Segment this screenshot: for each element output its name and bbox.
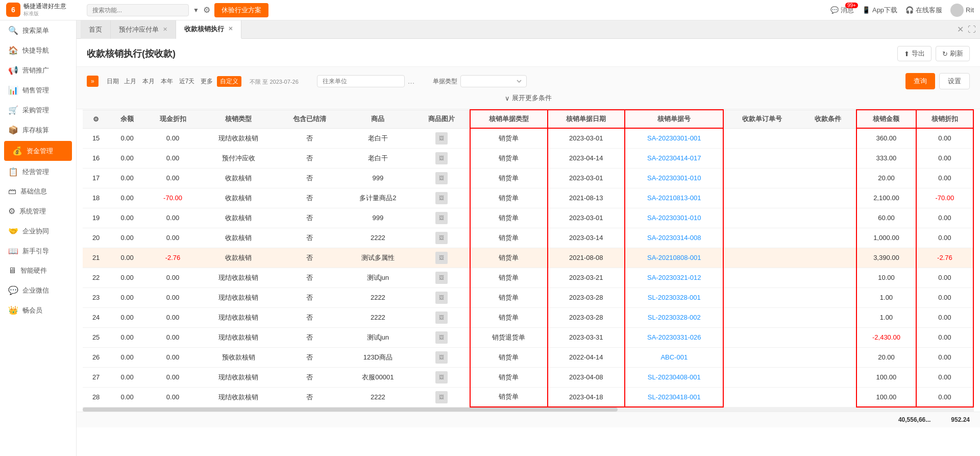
td-index: 15: [83, 128, 109, 148]
table-scroll-thumb: [83, 407, 618, 412]
bill-no-link[interactable]: SA-20230301-010: [647, 174, 701, 182]
tab-home[interactable]: 首页: [81, 20, 111, 39]
tab-receipt-close[interactable]: ✕: [228, 26, 233, 32]
sidebar-item-basic[interactable]: 🗃 基础信息: [0, 182, 76, 201]
online-service-btn[interactable]: 🎧 在线客服: [905, 6, 942, 15]
sidebar-item-hardware[interactable]: 🖥 智能硬件: [0, 261, 76, 280]
sidebar-item-system[interactable]: ⚙ 系统管理: [0, 201, 76, 221]
date-more[interactable]: 更多: [199, 76, 215, 87]
bill-no-link[interactable]: SA-20230331-026: [647, 333, 701, 341]
td-amount: 60.00: [856, 208, 916, 228]
td-goods: 老白干: [342, 128, 413, 148]
sidebar-item-funds[interactable]: 💰 资金管理: [4, 141, 72, 161]
query-btn[interactable]: 查询: [905, 73, 935, 89]
table-row: 24 0.00 0.00 现结收款核销 否 2222 🖼 销货单 2023-03…: [83, 307, 973, 327]
td-amount: -2,430.00: [856, 327, 916, 347]
refresh-label: 刷新: [950, 49, 963, 58]
td-bill-type: 销货单: [470, 248, 548, 268]
sidebar-item-purchase[interactable]: 🛒 采购管理: [0, 100, 76, 120]
date-last-month[interactable]: 上月: [122, 76, 138, 87]
td-type: 现结收款核销: [201, 327, 277, 347]
bill-no-link[interactable]: SA-20230321-012: [647, 274, 701, 281]
bill-no-link[interactable]: SL-20230328-002: [648, 314, 701, 321]
top-bar: 6 畅捷通谱好生意 标准版 ▼ ⚙ 休验行业方案 💬 消息 99+ 📱 App下…: [0, 0, 980, 20]
refresh-icon: ↻: [942, 50, 948, 58]
member-icon: 👑: [8, 305, 18, 315]
system-icon: ⚙: [8, 206, 15, 216]
sidebar-item-member[interactable]: 👑 畅会员: [0, 300, 76, 320]
expand-more-btn[interactable]: ∨ 展开更多条件: [87, 93, 970, 103]
top-dropdown-btn[interactable]: ▼: [193, 7, 199, 14]
td-goods-img: 🖼: [413, 228, 470, 248]
unit-filter-group: ...: [317, 75, 414, 87]
bill-no-link[interactable]: SA-20210813-001: [647, 194, 701, 202]
sidebar-item-operation[interactable]: 📋 经营管理: [0, 162, 76, 182]
td-included: 否: [277, 208, 342, 228]
tab-minimize-btn[interactable]: ✕: [957, 25, 964, 34]
sidebar-item-marketing[interactable]: 📢 营销推广: [0, 60, 76, 80]
bill-no-link[interactable]: SL-20230328-001: [648, 294, 701, 301]
sidebar-item-wechat[interactable]: 💬 企业微信: [0, 280, 76, 300]
tab-expand-btn[interactable]: ⛶: [968, 25, 976, 34]
settings-icon-btn[interactable]: ⚙: [203, 5, 210, 15]
settings-icon: ⚙: [93, 115, 99, 123]
td-receipt-condition: [800, 287, 856, 307]
sidebar-item-guide[interactable]: 📖 新手引导: [0, 241, 76, 261]
filter-expand-btn[interactable]: »: [87, 76, 99, 87]
top-search-input[interactable]: [87, 4, 189, 16]
inventory-icon: 📦: [8, 125, 18, 135]
sidebar: 🔍 搜索菜单 🏠 快捷导航 📢 营销推广 📊 销售管理 🛒 采购管理 📦 库存核…: [0, 20, 77, 456]
bill-no-link[interactable]: ABC-001: [660, 353, 688, 361]
unit-input[interactable]: [317, 75, 405, 87]
tab-receipt[interactable]: 收款核销执行 ✕: [176, 20, 241, 39]
sidebar-item-inventory[interactable]: 📦 库存核算: [0, 120, 76, 140]
td-type: 预付冲应收: [201, 148, 277, 168]
export-btn[interactable]: ⬆ 导出: [897, 46, 932, 61]
tab-prepay[interactable]: 预付冲应付单 ✕: [111, 20, 176, 39]
td-goods: 多计量商品2: [342, 188, 413, 208]
td-included: 否: [277, 347, 342, 367]
td-bill-type: 销货退货单: [470, 327, 548, 347]
table-scroll-bar[interactable]: [83, 407, 974, 412]
user-info[interactable]: Rit: [950, 4, 974, 17]
industry-solution-btn[interactable]: 休验行业方案: [214, 3, 268, 17]
bill-no-link[interactable]: SA-20230314-008: [647, 234, 701, 242]
tab-prepay-label: 预付冲应付单: [119, 25, 159, 34]
date-this-month[interactable]: 本月: [140, 76, 157, 87]
table-setting-btn[interactable]: 设置: [939, 73, 970, 89]
td-goods-img: 🖼: [413, 367, 470, 387]
th-cash-discount: 现金折扣: [145, 110, 201, 128]
app-download-btn[interactable]: 📱 App下载: [862, 6, 897, 15]
date-custom[interactable]: 自定义: [217, 76, 241, 87]
bill-no-link[interactable]: SA-20230414-017: [647, 154, 701, 162]
sidebar-item-search[interactable]: 🔍 搜索菜单: [0, 20, 76, 40]
notification-btn[interactable]: 💬 消息 99+: [830, 6, 854, 15]
td-bill-no: SA-20210808-001: [625, 248, 723, 268]
sidebar-item-sales[interactable]: 📊 销售管理: [0, 80, 76, 100]
bill-no-link[interactable]: SL-20230408-001: [648, 373, 701, 381]
sidebar-item-enterprise[interactable]: 🤝 企业协同: [0, 221, 76, 241]
td-cash-discount: 0.00: [145, 168, 201, 188]
bill-no-link[interactable]: SA-20210808-001: [647, 254, 701, 261]
td-index: 26: [83, 347, 109, 367]
date-7days[interactable]: 近7天: [177, 76, 197, 87]
td-bill-no: SL-20230418-001: [625, 387, 723, 407]
td-index: 22: [83, 268, 109, 287]
logo-name: 畅捷通谱好生意: [23, 3, 66, 10]
refresh-btn[interactable]: ↻ 刷新: [936, 46, 970, 61]
td-bill-date: 2021-08-13: [548, 188, 625, 208]
type-select[interactable]: [460, 75, 527, 87]
main-content: 首页 预付冲应付单 ✕ 收款核销执行 ✕ ✕ ⛶ 收款核销执行(按收款): [77, 20, 980, 456]
table-row: 28 0.00 0.00 现结收款核销 否 2222 🖼 销货单 2023-04…: [83, 387, 973, 407]
bill-no-link[interactable]: SA-20230301-010: [647, 214, 701, 222]
td-cash-discount: 0.00: [145, 287, 201, 307]
bill-no-link[interactable]: SL-20230418-001: [648, 393, 701, 401]
tab-prepay-close[interactable]: ✕: [163, 26, 167, 33]
sidebar-item-nav[interactable]: 🏠 快捷导航: [0, 40, 76, 60]
th-settings[interactable]: ⚙: [83, 110, 109, 128]
bill-no-link[interactable]: SA-20230301-001: [647, 134, 701, 142]
unit-dots-btn[interactable]: ...: [408, 77, 414, 86]
date-this-year[interactable]: 本年: [159, 76, 175, 87]
td-cash-discount: 0.00: [145, 307, 201, 327]
td-balance: 0.00: [109, 248, 145, 268]
